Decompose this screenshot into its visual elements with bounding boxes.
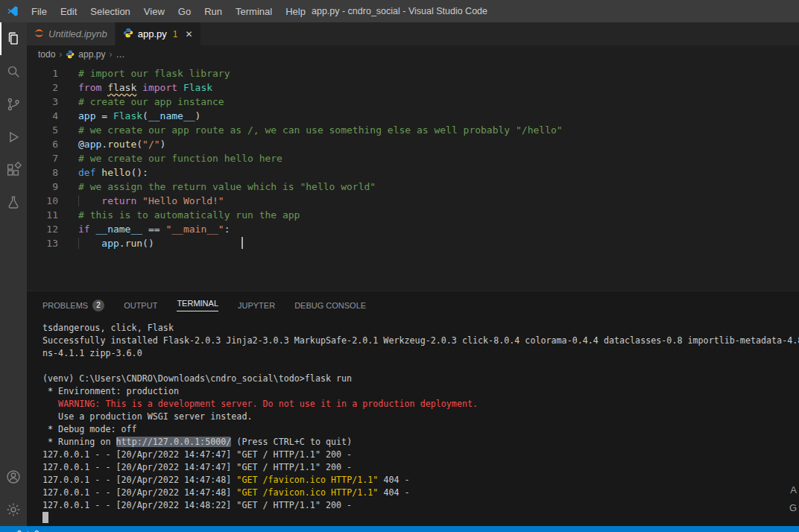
- terminal-line: Successfully installed Flask-2.0.3 Jinja…: [42, 335, 799, 347]
- terminal-line: * Debug mode: off: [42, 423, 799, 436]
- line-number: 13: [27, 236, 58, 250]
- code-editor[interactable]: 1# import our flask library2from flask i…: [27, 63, 799, 291]
- code-token: ): [195, 110, 201, 121]
- code-token: .: [101, 139, 107, 150]
- menu-go[interactable]: Go: [171, 6, 198, 17]
- terminal-segment: 127.0.0.1 - - [20/Apr/2022 14:47:48]: [42, 487, 236, 498]
- breadcrumb-file[interactable]: app.py: [78, 49, 105, 60]
- menu-edit[interactable]: Edit: [54, 6, 83, 17]
- code-token: ==: [142, 224, 165, 235]
- tab-problems[interactable]: PROBLEMS 2: [42, 291, 104, 317]
- menu-bar: File Edit Selection View Go Run Terminal…: [25, 6, 312, 17]
- tab-output[interactable]: OUTPUT: [124, 291, 157, 317]
- terminal-segment: * Environment: production: [42, 386, 179, 396]
- terminal-segment: tsdangerous, click, Flask: [42, 323, 174, 333]
- chevron-right-icon: ›: [109, 49, 112, 60]
- extensions-icon[interactable]: [0, 153, 27, 186]
- panel-tab-label: DEBUG CONSOLE: [294, 301, 366, 310]
- code-text: app.run(): [78, 236, 243, 250]
- chevron-right-icon: ›: [59, 49, 62, 60]
- account-icon[interactable]: [0, 460, 27, 493]
- code-line: 6@app.route("/"): [27, 137, 799, 151]
- code-line: 12if __name__ == "__main__":: [27, 222, 799, 236]
- line-number: 5: [27, 123, 58, 137]
- terminal-line: WARNING: This is a development server. D…: [42, 398, 799, 411]
- terminal-line: [42, 512, 799, 525]
- code-token: ): [160, 139, 166, 150]
- terminal-segment: * Running on: [42, 437, 116, 447]
- tab-untitled-ipynb[interactable]: Untitled.ipynb: [27, 22, 116, 45]
- terminal-segment: 127.0.0.1 - - [20/Apr/2022 14:47:48]: [42, 475, 236, 485]
- terminal-line: [42, 360, 799, 373]
- terminal-segment: WARNING: This is a development server. D…: [42, 399, 478, 409]
- source-control-icon[interactable]: [0, 88, 27, 121]
- tab-jupyter[interactable]: JUPYTER: [238, 291, 275, 317]
- code-token: "/": [142, 139, 160, 150]
- code-line: 11# this is to automatically run the app: [27, 208, 799, 222]
- editor-cursor: [241, 237, 243, 249]
- code-text: def hello():: [78, 165, 148, 180]
- code-token: Flask: [113, 110, 142, 121]
- code-token: if: [78, 224, 95, 235]
- code-token: import: [136, 82, 183, 93]
- code-token: .: [119, 238, 125, 249]
- menu-run[interactable]: Run: [198, 6, 229, 17]
- code-token: # create our app instance: [78, 96, 224, 107]
- code-token: __name__: [95, 224, 142, 235]
- code-text: @app.route("/"): [78, 137, 165, 151]
- clipped-text: A: [790, 484, 797, 495]
- line-number: 11: [27, 208, 58, 222]
- terminal-line: tsdangerous, click, Flask: [42, 322, 799, 335]
- terminal-segment: http://127.0.0.1:5000/: [116, 437, 232, 447]
- close-tab-icon[interactable]: ✕: [186, 29, 193, 39]
- code-token: hello: [101, 167, 130, 178]
- code-token: ():: [130, 167, 148, 178]
- activity-bar: [0, 22, 27, 526]
- search-icon[interactable]: [0, 55, 27, 88]
- editor-lines: 1# import our flask library2from flask i…: [27, 66, 799, 250]
- explorer-icon[interactable]: [0, 22, 27, 55]
- tab-app-py[interactable]: app.py 1 ✕: [116, 22, 200, 45]
- clipped-text: G: [789, 502, 797, 513]
- menu-help[interactable]: Help: [279, 6, 312, 17]
- settings-gear-icon[interactable]: [0, 493, 27, 526]
- code-token: # this is to automatically run the app: [78, 209, 300, 221]
- code-token: "Hello World!": [142, 195, 224, 206]
- code-token: =: [95, 110, 113, 121]
- panel-tab-label: PROBLEMS: [42, 301, 88, 310]
- terminal-segment: Use a production WSGI server instead.: [42, 411, 252, 422]
- status-bar-items: ⊘ 0 ⚠ 2: [0, 526, 799, 532]
- line-number: 9: [27, 180, 58, 194]
- code-token: # import our flask library: [78, 68, 230, 79]
- code-text: # we create our app route as /, we can u…: [78, 123, 563, 137]
- code-text: # import our flask library: [78, 66, 230, 80]
- menu-selection[interactable]: Selection: [83, 6, 136, 17]
- terminal-output[interactable]: tsdangerous, click, FlaskSuccessfully in…: [27, 317, 799, 526]
- breadcrumb-folder[interactable]: todo: [38, 49, 55, 60]
- problems-status[interactable]: ⊘ 0 ⚠ 2: [7, 529, 40, 532]
- status-bar: ⊘ 0 ⚠ 2: [0, 526, 799, 532]
- breadcrumb-symbol[interactable]: …: [116, 49, 124, 60]
- code-line: 13 app.run(): [27, 236, 799, 250]
- terminal-segment: 404 -: [378, 475, 409, 485]
- menu-file[interactable]: File: [25, 6, 54, 17]
- warning-count: 2: [34, 529, 40, 532]
- testing-icon[interactable]: [0, 186, 27, 219]
- terminal-segment: ns-4.1.1 zipp-3.6.0: [42, 348, 142, 358]
- menu-view[interactable]: View: [137, 6, 171, 17]
- run-debug-icon[interactable]: [0, 121, 27, 153]
- code-line: 2from flask import Flask: [27, 80, 799, 95]
- terminal-segment: "GET /favicon.ico HTTP/1.1": [236, 475, 378, 485]
- vscode-logo-icon: [7, 5, 19, 17]
- code-line: 10 return "Hello World!": [27, 194, 799, 208]
- tab-debug-console[interactable]: DEBUG CONSOLE: [294, 291, 366, 317]
- bottom-panel: PROBLEMS 2 OUTPUT TERMINAL JUPYTER DEBUG…: [27, 291, 799, 526]
- code-text: if __name__ == "__main__":: [78, 222, 230, 236]
- terminal-line: 127.0.0.1 - - [20/Apr/2022 14:47:47] "GE…: [42, 461, 799, 474]
- code-token: route: [107, 139, 136, 150]
- line-number: 1: [27, 66, 58, 80]
- line-number: 3: [27, 95, 58, 109]
- menu-terminal[interactable]: Terminal: [229, 6, 279, 17]
- tab-terminal[interactable]: TERMINAL: [177, 291, 218, 317]
- code-token: (): [142, 238, 154, 249]
